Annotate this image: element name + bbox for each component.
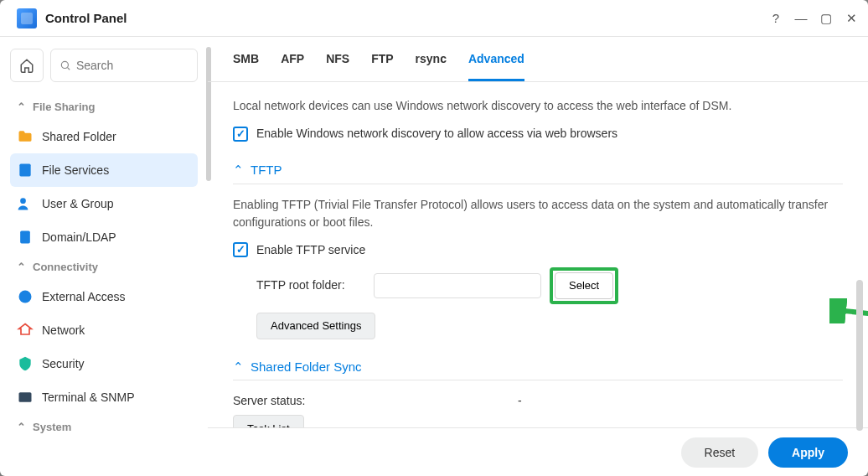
search-box[interactable] (50, 49, 198, 82)
minimize-icon[interactable]: — (794, 12, 808, 25)
task-list-button[interactable]: Task List (233, 415, 304, 427)
tftp-root-input[interactable] (374, 273, 541, 298)
search-input[interactable] (76, 59, 189, 72)
help-icon[interactable]: ? (769, 12, 783, 25)
home-button[interactable] (10, 49, 44, 82)
sidebar-item-shared-folder[interactable]: Shared Folder (10, 120, 198, 153)
svg-point-0 (61, 61, 68, 68)
nav-label: Terminal & SNMP (42, 391, 134, 404)
tftp-section-header[interactable]: ⌃ TFTP (233, 161, 843, 180)
sidebar-item-user-group[interactable]: User & Group (10, 187, 198, 220)
main-panel: SMB AFP NFS FTP rsync Advanced Local net… (208, 37, 868, 476)
chevron-up-icon: ⌃ (233, 358, 244, 377)
section-file-sharing[interactable]: ⌃ File Sharing (10, 94, 198, 120)
sidebar-item-terminal-snmp[interactable]: Terminal & SNMP (10, 380, 198, 414)
tftp-description: Enabling TFTP (Trivial File Transfer Pro… (233, 196, 843, 231)
nav-label: User & Group (42, 197, 114, 210)
nav-label: External Access (42, 290, 126, 303)
tab-nfs[interactable]: NFS (326, 52, 349, 81)
section-label: Connectivity (33, 261, 98, 273)
section-system[interactable]: ⌃ System (10, 414, 198, 440)
svg-point-3 (20, 198, 26, 204)
tftp-checkbox-row[interactable]: ✓ Enable TFTP service (233, 241, 843, 259)
svg-rect-2 (19, 164, 30, 177)
tab-bar: SMB AFP NFS FTP rsync Advanced (208, 37, 868, 82)
sidebar-item-external-access[interactable]: External Access (10, 280, 198, 313)
section-title: TFTP (251, 161, 282, 180)
checkbox-checked-icon[interactable]: ✓ (233, 127, 248, 142)
discovery-checkbox-row[interactable]: ✓ Enable Windows network discovery to al… (233, 125, 843, 142)
shield-icon (17, 355, 34, 372)
adv-settings-row: Advanced Settings (256, 313, 843, 339)
window-title: Control Panel (45, 11, 769, 25)
users-icon (17, 195, 34, 212)
sidebar-item-security[interactable]: Security (10, 347, 198, 380)
tftp-root-label: TFTP root folder: (256, 277, 365, 294)
nav-label: Network (42, 323, 85, 337)
svg-point-5 (19, 291, 32, 303)
section-title: Shared Folder Sync (251, 358, 362, 377)
annotation-highlight: Select (550, 267, 618, 304)
nav-label: Domain/LDAP (42, 230, 116, 244)
control-panel-window: Control Panel ? — ▢ ✕ ⌃ File Sharing (0, 0, 868, 476)
checkbox-checked-icon[interactable]: ✓ (233, 242, 248, 257)
nav-label: Shared Folder (42, 130, 116, 143)
search-icon (59, 59, 71, 72)
section-label: File Sharing (33, 101, 95, 113)
file-icon (17, 162, 34, 178)
svg-line-1 (68, 68, 70, 70)
chevron-down-icon: ⌃ (17, 421, 26, 433)
app-icon (17, 8, 37, 28)
maximize-icon[interactable]: ▢ (819, 12, 833, 25)
tab-ftp[interactable]: FTP (371, 52, 393, 81)
content-scrollbar[interactable] (856, 280, 863, 431)
titlebar: Control Panel ? — ▢ ✕ (0, 0, 868, 37)
svg-rect-6 (19, 392, 32, 402)
tab-advanced[interactable]: Advanced (468, 52, 524, 81)
shared-folder-sync-header[interactable]: ⌃ Shared Folder Sync (233, 358, 843, 377)
sidebar-item-file-services[interactable]: File Services (10, 153, 198, 187)
tab-afp[interactable]: AFP (281, 52, 304, 81)
book-icon (17, 229, 34, 246)
tab-rsync[interactable]: rsync (416, 52, 447, 81)
sidebar: ⌃ File Sharing Shared Folder File Servic… (0, 37, 208, 476)
tab-smb[interactable]: SMB (233, 52, 259, 81)
sidebar-item-network[interactable]: Network (10, 313, 198, 347)
network-icon (17, 322, 34, 339)
nav-label: Security (42, 357, 85, 370)
advanced-settings-button[interactable]: Advanced Settings (256, 313, 375, 339)
reset-button[interactable]: Reset (681, 437, 759, 468)
divider (233, 184, 843, 184)
folder-icon (17, 128, 34, 145)
select-button[interactable]: Select (555, 272, 613, 299)
terminal-icon (17, 389, 34, 406)
section-connectivity[interactable]: ⌃ Connectivity (10, 254, 198, 280)
section-label: System (33, 421, 71, 433)
apply-button[interactable]: Apply (768, 437, 848, 468)
checkbox-label: Enable TFTP service (256, 241, 365, 259)
footer: Reset Apply (208, 427, 868, 476)
sidebar-item-domain-ldap[interactable]: Domain/LDAP (10, 220, 198, 254)
server-status-label: Server status: (233, 392, 518, 410)
window-controls: ? — ▢ ✕ (769, 12, 858, 25)
close-icon[interactable]: ✕ (845, 12, 858, 25)
chevron-down-icon: ⌃ (17, 101, 26, 113)
content-area: Local network devices can use Windows ne… (208, 82, 868, 427)
discovery-description: Local network devices can use Windows ne… (233, 97, 843, 115)
server-status-value: - (518, 392, 522, 410)
divider (233, 380, 843, 380)
checkbox-label: Enable Windows network discovery to allo… (256, 125, 617, 142)
nav-label: File Services (42, 163, 109, 177)
chevron-up-icon: ⌃ (233, 161, 244, 180)
tftp-root-row: TFTP root folder: Select (256, 267, 843, 304)
globe-icon (17, 288, 34, 305)
svg-rect-4 (20, 231, 30, 244)
chevron-down-icon: ⌃ (17, 261, 26, 273)
server-status-row: Server status: - (233, 392, 843, 410)
